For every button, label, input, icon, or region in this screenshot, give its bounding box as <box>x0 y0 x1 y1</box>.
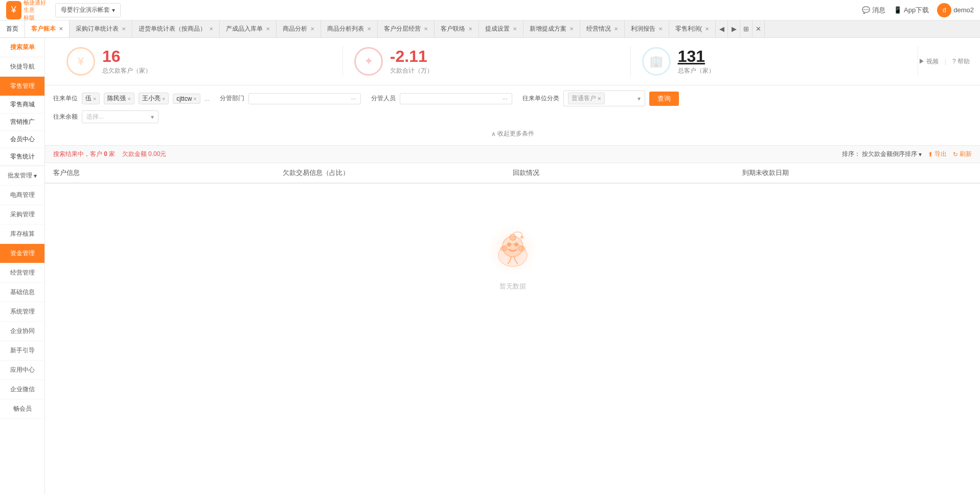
sidebar-item-new-user-guide[interactable]: 新手引导 <box>0 341 44 361</box>
filter-tag-unit-wu-close[interactable]: × <box>93 96 96 102</box>
tab-commission-settings[interactable]: 提成设置 ✕ <box>479 20 523 38</box>
sidebar-item-basic-info[interactable]: 基础信息 <box>0 283 44 302</box>
tab-customer-book[interactable]: 客户账本 ✕ <box>25 20 70 38</box>
unit-type-filter-dropdown[interactable]: 普通客户 × ▾ <box>563 91 645 106</box>
filter-tag-unit-wang[interactable]: 王小亮 × <box>139 93 169 104</box>
profit-report-label: 利润报告 <box>631 25 655 33</box>
tab-product-stock-in[interactable]: 产成品入库单 ✕ <box>220 20 277 38</box>
divider: | <box>945 58 946 65</box>
export-icon: ⬆ <box>928 151 933 158</box>
sidebar-item-retail-mgmt[interactable]: 零售管理 <box>0 77 44 96</box>
sidebar-item-ecommerce[interactable]: 电商管理 <box>0 186 44 205</box>
tab-nav-prev[interactable]: ◀ <box>716 20 728 38</box>
message-btn[interactable]: 💬 消息 <box>862 6 885 15</box>
tab-stock-in-stat[interactable]: 进货单统计表（按商品） ✕ <box>132 20 220 38</box>
sidebar-item-retail-mall[interactable]: 零售商城 <box>0 96 44 114</box>
video-btn[interactable]: ▶ 视频 <box>919 57 939 66</box>
tab-close-product-analysis-list[interactable]: ✕ <box>367 26 371 32</box>
tab-customer-contact[interactable]: 客户联络 ✕ <box>435 20 479 38</box>
marketing-label: 营销推广 <box>0 118 44 126</box>
balance-filter-dropdown[interactable]: 选择... ▾ <box>82 110 158 123</box>
tab-close-commission-settings[interactable]: ✕ <box>513 26 517 32</box>
tab-profit-report[interactable]: 利润报告 ✕ <box>625 20 669 38</box>
chevron-down-icon: ▾ <box>112 7 115 14</box>
sidebar-item-vip-member[interactable]: 畅会员 <box>0 399 44 419</box>
collapse-more-filters-btn[interactable]: ∧ 收起更多条件 <box>487 127 538 140</box>
export-btn[interactable]: ⬆ 导出 <box>928 150 947 159</box>
tab-purchase-order-stat[interactable]: 采购订单统计表 ✕ <box>70 20 132 38</box>
export-label: 导出 <box>935 150 947 159</box>
sidebar-search-menu[interactable]: 搜索菜单 <box>0 38 44 57</box>
sort-chevron-icon: ▾ <box>919 151 922 158</box>
person-filter-dropdown[interactable]: ··· <box>400 93 512 104</box>
sort-btn[interactable]: 排序： 按欠款金额倒序排序 ▾ <box>842 150 922 159</box>
result-debt-prefix: 欠款金额 <box>122 150 147 158</box>
app-download-label: App下载 <box>904 6 929 15</box>
sidebar-item-enterprise-coop[interactable]: 企业协同 <box>0 322 44 341</box>
operation-mgmt-label: 经营管理 <box>0 268 44 277</box>
customer-segment-label: 客户分层经营 <box>384 25 421 33</box>
filter-tag-unit-wang-close[interactable]: × <box>162 96 165 102</box>
sidebar-item-app-center[interactable]: 应用中心 <box>0 361 44 380</box>
tab-nav-expand[interactable]: ⊞ <box>740 20 753 38</box>
tab-close-customer-book[interactable]: ✕ <box>59 26 63 32</box>
filter-tag-unit-chen[interactable]: 陈民强 × <box>104 93 134 104</box>
refresh-btn[interactable]: ↻ 刷新 <box>953 150 972 159</box>
unit-type-tag-close[interactable]: × <box>598 95 601 102</box>
tab-close-stock-in[interactable]: ✕ <box>209 26 213 32</box>
tab-product-analysis-list[interactable]: 商品分析列表 ✕ <box>321 20 378 38</box>
tab-close-product-stock[interactable]: ✕ <box>266 26 270 32</box>
sidebar-item-system-mgmt[interactable]: 系统管理 <box>0 302 44 322</box>
app-download-btn[interactable]: 📱 App下载 <box>894 6 929 15</box>
sidebar-item-member-center[interactable]: 会员中心 <box>0 131 44 148</box>
tab-close-business-status[interactable]: ✕ <box>614 26 618 32</box>
refresh-label: 刷新 <box>960 150 972 159</box>
tab-nav-close-all[interactable]: ✕ <box>753 20 765 38</box>
workspace-selector[interactable]: 母婴行业演示帐套 ▾ <box>55 3 121 17</box>
stat-debt-customers: ¥ 16 总欠款客户（家） <box>55 46 343 77</box>
tab-retail-profit[interactable]: 零售利润( ✕ <box>669 20 716 38</box>
sidebar-quick-nav[interactable]: 快捷导航 <box>0 57 44 77</box>
tab-close-customer-contact[interactable]: ✕ <box>468 26 472 32</box>
filter-more-units[interactable]: ... <box>204 95 210 102</box>
tab-home[interactable]: 首页 <box>0 20 25 38</box>
tab-close-product-analysis[interactable]: ✕ <box>310 26 314 32</box>
help-btn[interactable]: ? 帮助 <box>952 57 970 66</box>
tab-new-commission-plan[interactable]: 新增提成方案 ✕ <box>523 20 580 38</box>
sidebar-item-wholesale-mgmt[interactable]: 批发管理 ▾ <box>0 166 44 186</box>
filter-tag-unit-wu[interactable]: 伍 × <box>82 93 100 104</box>
tab-nav-next[interactable]: ▶ <box>728 20 740 38</box>
tab-close-retail-profit[interactable]: ✕ <box>705 26 709 32</box>
top-right-area: 💬 消息 📱 App下载 d demo2 <box>862 3 974 17</box>
query-button[interactable]: 查询 <box>649 92 679 106</box>
dept-filter-dropdown[interactable]: ··· <box>248 93 361 104</box>
filter-tag-unit-cjttcw-close[interactable]: × <box>193 96 196 102</box>
content-area: ¥ 16 总欠款客户（家） ✦ -2.11 欠款合计（万） <box>45 38 980 494</box>
person-more-icon: ··· <box>503 95 508 102</box>
sidebar-item-enterprise-wechat[interactable]: 企业微信 <box>0 380 44 399</box>
tab-close-customer-segment[interactable]: ✕ <box>424 26 428 32</box>
tab-bar: 首页 客户账本 ✕ 采购订单统计表 ✕ 进货单统计表（按商品） ✕ 产成品入库单… <box>0 20 980 38</box>
filter-tag-unit-type[interactable]: 普通客户 × <box>568 93 605 104</box>
sidebar-item-marketing[interactable]: 营销推广 <box>0 114 44 131</box>
total-customers-icon: 🏢 <box>641 46 672 77</box>
vip-member-label: 畅会员 <box>0 405 44 413</box>
empty-state: 暂无数据 <box>45 184 980 332</box>
unit-filter-label: 往来单位 <box>53 94 78 103</box>
filter-tag-unit-chen-close[interactable]: × <box>127 96 130 102</box>
tab-close-new-commission[interactable]: ✕ <box>569 26 574 32</box>
user-info[interactable]: d demo2 <box>937 3 974 17</box>
sidebar-item-inventory-check[interactable]: 库存核算 <box>0 224 44 244</box>
sidebar-item-finance-mgmt[interactable]: 资金管理 <box>0 244 44 263</box>
tab-customer-segment[interactable]: 客户分层经营 ✕ <box>378 20 435 38</box>
filter-tag-unit-cjttcw[interactable]: cjttcw × <box>173 94 200 104</box>
sort-value: 按欠款金额倒序排序 <box>862 150 917 159</box>
col-due-date: 到期未收款日期 <box>742 168 972 177</box>
tab-close-purchase-order[interactable]: ✕ <box>122 26 126 32</box>
sidebar-item-purchase-mgmt[interactable]: 采购管理 <box>0 205 44 224</box>
tab-product-analysis[interactable]: 商品分析 ✕ <box>277 20 321 38</box>
sidebar-item-operation-mgmt[interactable]: 经营管理 <box>0 263 44 283</box>
sidebar-item-retail-stats[interactable]: 零售统计 <box>0 148 44 166</box>
tab-close-profit-report[interactable]: ✕ <box>658 26 663 32</box>
tab-business-status[interactable]: 经营情况 ✕ <box>580 20 625 38</box>
